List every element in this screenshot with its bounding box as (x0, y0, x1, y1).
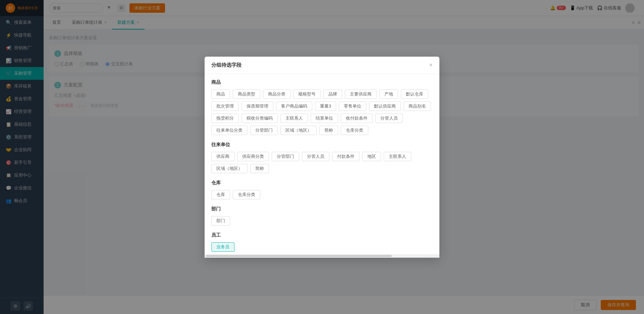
field-tag[interactable]: 产地 (379, 89, 398, 99)
field-tag[interactable]: 主联系人 (280, 114, 308, 123)
section-department: 部门 部门 (211, 206, 433, 226)
field-tag[interactable]: 收付款条件 (341, 114, 373, 123)
section-staff-title: 员工 (211, 232, 433, 238)
field-tag[interactable]: 分管人员 (302, 152, 329, 161)
field-tag[interactable]: 供应商 (211, 152, 234, 161)
section-staff: 员工 业务员 (211, 232, 433, 252)
field-tag[interactable]: 拣货积分 (211, 114, 239, 123)
field-tag[interactable]: 地区 (362, 152, 381, 161)
field-tag[interactable]: 批次管理 (211, 102, 239, 111)
dialog-hscrollbar-thumb (206, 255, 392, 257)
dialog-title: 分组待选字段 (211, 62, 241, 68)
section-counterparts-title: 往来单位 (211, 142, 433, 148)
department-field-tags: 部门 (211, 216, 433, 226)
warehouse-field-tags: 仓库 仓库分类 (211, 190, 433, 199)
field-tag[interactable]: 税收分类编码 (241, 114, 278, 123)
field-tag[interactable]: 仓库 (211, 190, 230, 199)
section-warehouse: 仓库 仓库 仓库分类 (211, 180, 433, 199)
field-tag[interactable]: 客户商品编码 (276, 102, 312, 111)
field-tag[interactable]: 简称 (319, 126, 338, 135)
field-tag[interactable]: 零售单位 (339, 102, 366, 111)
field-tag[interactable]: 默认供应商 (369, 102, 401, 111)
section-counterparts: 往来单位 供应商 供应商分类 分管部门 分管人员 付款条件 地区 主联系人 区域… (211, 142, 433, 173)
field-tag[interactable]: 品牌 (323, 89, 342, 99)
field-tag[interactable]: 商品类型 (233, 89, 260, 99)
field-tag[interactable]: 区域（地区） (280, 126, 317, 135)
field-tag[interactable]: 商品 (211, 89, 230, 99)
field-tag[interactable]: 往来单位分类 (211, 126, 248, 135)
field-tag[interactable]: 简称 (250, 164, 269, 173)
field-tag[interactable]: 规格型号 (293, 89, 321, 99)
field-tag[interactable]: 分管部门 (272, 152, 299, 161)
field-tag[interactable]: 仓库分类 (233, 190, 260, 199)
field-tag[interactable]: 商品别名 (404, 102, 431, 111)
field-tag[interactable]: 重量3 (315, 102, 336, 111)
field-tag-staff[interactable]: 业务员 (211, 242, 234, 252)
section-warehouse-title: 仓库 (211, 180, 433, 186)
field-select-dialog: 分组待选字段 × 商品 商品 商品类型 商品分类 规格型号 品牌 主要供应商 产… (205, 57, 439, 258)
field-tag[interactable]: 仓库分类 (341, 126, 368, 135)
field-tag[interactable]: 结算单位 (311, 114, 338, 123)
field-tag[interactable]: 商品分类 (263, 89, 290, 99)
field-tag[interactable]: 保质期管理 (241, 102, 273, 111)
dialog-close-btn[interactable]: × (429, 62, 433, 68)
counterparts-field-tags: 供应商 供应商分类 分管部门 分管人员 付款条件 地区 主联系人 区域（地区） … (211, 152, 433, 173)
section-goods-title: 商品 (211, 79, 433, 85)
staff-field-tags: 业务员 (211, 242, 433, 252)
section-goods: 商品 商品 商品类型 商品分类 规格型号 品牌 主要供应商 产地 默认仓库 批次… (211, 79, 433, 135)
dialog-hscrollbar[interactable] (205, 254, 439, 257)
field-tag[interactable]: 供应商分类 (237, 152, 269, 161)
field-tag[interactable]: 默认仓库 (401, 89, 428, 99)
field-tag[interactable]: 主要供应商 (345, 89, 377, 99)
field-tag[interactable]: 分管部门 (250, 126, 278, 135)
field-tag[interactable]: 付款条件 (332, 152, 360, 161)
goods-field-tags: 商品 商品类型 商品分类 规格型号 品牌 主要供应商 产地 默认仓库 批次管理 … (211, 89, 433, 135)
dialog-header: 分组待选字段 × (205, 57, 439, 74)
field-tag[interactable]: 区域（地区） (211, 164, 248, 173)
dialog-body: 商品 商品 商品类型 商品分类 规格型号 品牌 主要供应商 产地 默认仓库 批次… (205, 74, 439, 255)
field-tag[interactable]: 主联系人 (384, 152, 411, 161)
section-department-title: 部门 (211, 206, 433, 212)
field-tag[interactable]: 分管人员 (375, 114, 403, 123)
field-tag[interactable]: 部门 (211, 216, 230, 226)
